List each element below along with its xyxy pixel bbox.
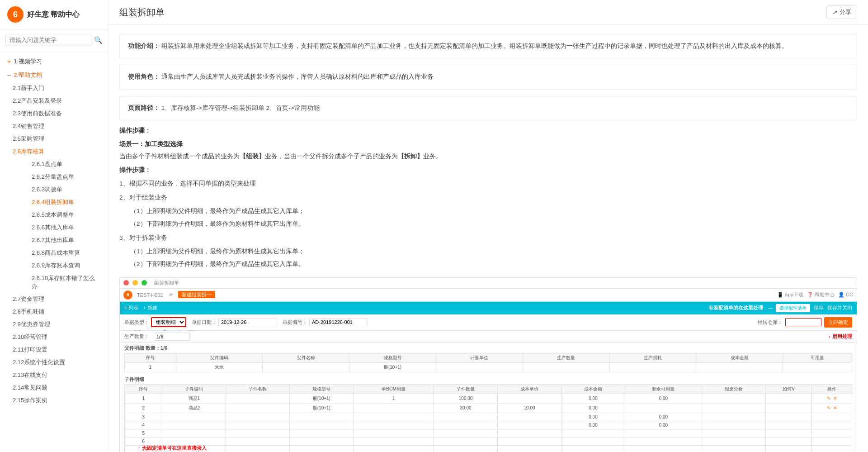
- sidebar-item-faq[interactable]: 2.14常见问题: [13, 381, 108, 394]
- mock-parent-table-title: 父件明细 数量：1/6: [124, 345, 852, 352]
- sidebar-header: 6 好生意 帮助中心: [0, 0, 108, 29]
- table-row: 40.000.00: [125, 421, 852, 429]
- sidebar-item-payment[interactable]: 2.13在线支付: [13, 369, 108, 381]
- mock-new-btn2[interactable]: + 新建: [143, 305, 157, 311]
- screenshot-container: 组装拆卸单 6 TEST-H002 ⟳ 新建组装拆一 📱 App下载 ❓ 帮助中…: [119, 277, 857, 452]
- mock-save-btn[interactable]: 保存: [814, 305, 824, 311]
- share-icon: ↗: [832, 9, 838, 16]
- sidebar-item-inventory[interactable]: 2.6库存核算: [13, 145, 108, 158]
- sidebar-item-assembly[interactable]: 2.6.4组装拆卸单: [25, 196, 108, 209]
- nav-tree: + 1.视频学习 − 2.帮助文档 2.1新手入门 2.2产品安装及登录 2.3…: [0, 51, 108, 410]
- path-label: 页面路径：: [128, 105, 160, 111]
- mock-form-row2: 生产数量： ↑ 启用处理: [120, 331, 857, 343]
- th-spec: 规格型号: [349, 353, 436, 362]
- sidebar-item-install[interactable]: 2.2产品安装及登录: [13, 95, 108, 107]
- arrow-annotation-icon: ↑: [828, 334, 831, 339]
- sidebar-item-other-in[interactable]: 2.6.6其他入库单: [25, 221, 108, 234]
- top-bar: 组装拆卸单 ↗ 分享: [108, 0, 868, 25]
- step-2-1: （1）上部明细为父件明细，最终作为产成品生成其它入库单；: [130, 206, 857, 217]
- arrow-right-icon: →: [767, 304, 774, 312]
- mock-parent-table-container: 父件明细 数量：1/6 序号 父件编码 父件名称 规格型号 计量单位 生产数量 …: [120, 343, 857, 374]
- sidebar-item-dataprep[interactable]: 2.3使用前数据准备: [13, 107, 108, 120]
- mock-confirm-btn[interactable]: 立即确定: [824, 317, 852, 328]
- sidebar-item-docs[interactable]: − 2.帮助文档: [0, 68, 108, 82]
- sidebar-item-coupon[interactable]: 2.9优惠券管理: [13, 318, 108, 331]
- mock-topbar: 6 TEST-H002 ⟳ 新建组装拆一 📱 App下载 ❓ 帮助中心 👤 CC: [120, 289, 857, 302]
- mock-qty-input[interactable]: [154, 333, 190, 341]
- th-loss: 生产损耗: [609, 353, 696, 362]
- mock-app-icon: 📱 App下载: [777, 291, 803, 298]
- sidebar-item-mobile[interactable]: 2.8手机旺铺: [13, 305, 108, 318]
- annotation-enable: ↑ 启用处理: [828, 333, 853, 340]
- delete-icon[interactable]: ✕: [833, 396, 837, 401]
- mock-sync-icon: ⟳: [169, 292, 173, 297]
- mock-date-label: 单据日期：: [192, 319, 217, 326]
- table-row: 6: [125, 437, 852, 445]
- edit-icon[interactable]: ✎: [827, 405, 830, 410]
- sidebar-item-system[interactable]: 2.12系统个性化设置: [13, 356, 108, 369]
- sidebar-item-other-out[interactable]: 2.6.7其他出库单: [25, 234, 108, 247]
- sidebar-item-inventory-error[interactable]: 2.6.10库存账本错了怎么办: [25, 272, 108, 293]
- table-row: 2 商品2 瓶(10+1) 30.00 10.00 0.00: [125, 403, 852, 413]
- annotation-enable-text: 启用处理: [832, 333, 852, 340]
- page-title: 组装拆卸单: [119, 6, 165, 19]
- search-button[interactable]: 🔍: [94, 36, 103, 44]
- mock-right-nav: 📱 App下载 ❓ 帮助中心 👤 CC: [777, 291, 853, 298]
- mock-child-table: 序号 子件编码 子件名称 规格型号 单BOM用量 子件数量 成本单价 成本金额 …: [124, 384, 852, 452]
- sidebar-item-transfer[interactable]: 2.6.3调拨单: [25, 183, 108, 196]
- sidebar-item-cost-adjust[interactable]: 2.6.5成本调整单: [25, 209, 108, 221]
- minimize-icon: [132, 280, 138, 285]
- screenshot-body: 6 TEST-H002 ⟳ 新建组装拆一 📱 App下载 ❓ 帮助中心 👤 CC: [120, 289, 857, 452]
- sidebar-item-stocktake[interactable]: 2.6.1盘点单: [25, 158, 108, 171]
- sidebar-item-cost-recalc[interactable]: 2.6.8商品成本重算: [25, 247, 108, 259]
- sidebar-item-finance[interactable]: 2.7资金管理: [13, 293, 108, 305]
- content-area: 功能介绍： 组装拆卸单用来处理企业组装或拆卸等加工业务，支持有固定装配清单的产品…: [108, 25, 868, 452]
- th-parent-name: 父件名称: [263, 353, 349, 362]
- maximize-icon: [142, 280, 147, 285]
- main-content: 组装拆卸单 ↗ 分享 功能介绍： 组装拆卸单用来处理企业组装或拆卸等加工业务，支…: [108, 0, 868, 452]
- sidebar-item-newbie[interactable]: 2.1新手入门: [13, 82, 108, 95]
- mock-warehouse-label: 经转仓库：: [758, 319, 783, 326]
- logo-icon: 6: [7, 6, 24, 23]
- mock-parent-table: 序号 父件编码 父件名称 规格型号 计量单位 生产数量 生产损耗 成本金额 可用…: [124, 353, 852, 372]
- mock-select-template-btn[interactable]: 选择配件清单: [776, 304, 810, 312]
- mock-num-input[interactable]: [309, 318, 368, 326]
- sidebar-item-partial-stocktake[interactable]: 2.6.2分量盘点单: [25, 171, 108, 183]
- search-input[interactable]: [5, 34, 91, 46]
- mock-user-icon: 👤 CC: [838, 292, 853, 298]
- mock-date-input[interactable]: [218, 318, 277, 326]
- edit-icon[interactable]: ✎: [827, 396, 830, 401]
- mock-child-table-container: 子件明细 序号 子件编码 子件名称 规格型号 单BOM用量 子件数量 成本单价: [120, 374, 857, 452]
- app-name: 好生意 帮助中心: [27, 10, 80, 19]
- search-box[interactable]: 🔍: [0, 29, 108, 51]
- th-cost: 成本金额: [696, 353, 783, 362]
- sidebar-item-inventory-ledger[interactable]: 2.6.9库存账本查询: [25, 259, 108, 272]
- sidebar-item-ops[interactable]: 2.10经营管理: [13, 331, 108, 343]
- table-row: 7: [125, 445, 852, 452]
- mock-logo: 6: [123, 290, 132, 300]
- intro-block: 功能介绍： 组装拆卸单用来处理企业组装或拆卸等加工业务，支持有固定装配清单的产品…: [119, 34, 857, 58]
- mock-save-close-btn[interactable]: 保存并关闭: [827, 305, 852, 311]
- table-row: 30.000.00: [125, 413, 852, 421]
- mock-num-field: 单据编号：: [283, 318, 368, 326]
- sidebar-item-sales[interactable]: 2.4销售管理: [13, 120, 108, 133]
- role-block: 使用角色： 通常由生产人员或库管人员完成折装业务的操作，库管人员确认原材料的出库…: [119, 65, 857, 89]
- mock-new-btn[interactable]: 新建组装拆一: [178, 291, 215, 298]
- path-block: 页面路径： 1、库存核算->库存管理->组装拆卸单 2、首页->常用功能: [119, 96, 857, 120]
- sidebar-item-print[interactable]: 2.11打印设置: [13, 343, 108, 356]
- table-row: 1 商品1 瓶(10+1) 1 100.00 0.00 0.00: [125, 394, 852, 403]
- delete-icon[interactable]: ✕: [833, 405, 837, 410]
- sidebar-item-video[interactable]: + 1.视频学习: [0, 55, 108, 68]
- mock-date-field: 单据日期：: [192, 318, 277, 326]
- mock-qty-label: 生产数量：: [124, 333, 149, 340]
- table-row: 5: [125, 429, 852, 437]
- mock-type-select[interactable]: 组装明细 拆卸明细: [151, 317, 186, 327]
- sidebar-item-cases[interactable]: 2.15操作案例: [13, 394, 108, 407]
- close-icon: [123, 280, 129, 285]
- mock-list-btn[interactable]: ≡ 列表: [124, 305, 138, 311]
- role-text: 通常由生产人员或库管人员完成折装业务的操作，库管人员确认原材料的出库和产成品的入…: [161, 73, 434, 80]
- mock-warehouse-input[interactable]: [785, 318, 821, 326]
- screenshot-titlebar: 组装拆卸单: [120, 278, 857, 289]
- sidebar-item-purchase[interactable]: 2.5采购管理: [13, 133, 108, 145]
- share-button[interactable]: ↗ 分享: [826, 5, 857, 19]
